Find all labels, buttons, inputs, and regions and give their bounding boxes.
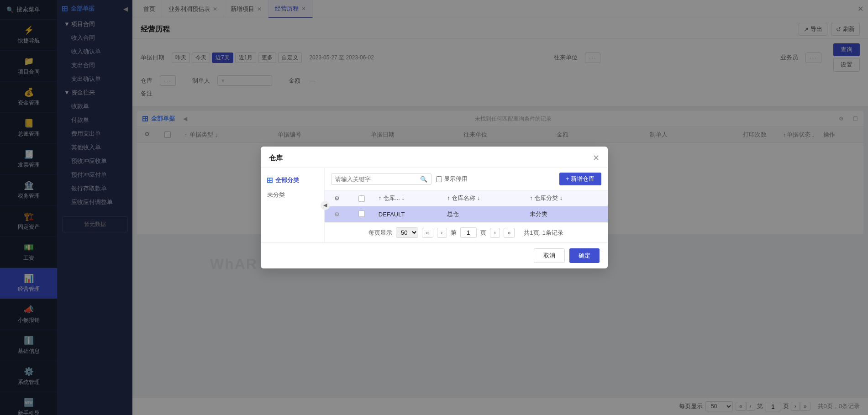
modal-first-btn[interactable]: « (422, 228, 433, 238)
grid-icon3 (267, 178, 273, 183)
show-disabled-checkbox[interactable] (436, 176, 442, 182)
th-category: ↑ 仓库分类 ↓ (525, 190, 608, 206)
modal-prev-btn[interactable]: ‹ (437, 228, 447, 238)
row-name: 总仓 (442, 206, 525, 222)
row-code: DEFAULT (374, 206, 442, 222)
sort-icon-up2: ↑ (447, 194, 450, 201)
modal-page-input[interactable] (460, 227, 477, 238)
sort-icon-down3: ↓ (560, 194, 563, 201)
modal-page-summary: 共1页, 1条记录 (524, 229, 563, 237)
modal-toolbar: 🔍 显示停用 + 新增仓库 (325, 168, 608, 190)
modal-page-label: 第 (451, 229, 457, 237)
modal-page-suffix: 页 (480, 229, 486, 237)
settings-gear-icon: ⚙ (334, 195, 340, 202)
modal-body: 全部分类 未分类 ◀ 🔍 显示停用 (261, 168, 608, 242)
cancel-button[interactable]: 取消 (534, 248, 565, 263)
table-header-checkbox[interactable] (358, 195, 365, 202)
row-settings[interactable]: ⚙ (325, 206, 349, 222)
modal-last-btn[interactable]: » (504, 228, 515, 238)
modal-title: 仓库 (269, 154, 283, 163)
modal-per-page-select[interactable]: 50 (396, 227, 418, 238)
modal-search-wrap: 🔍 (331, 173, 431, 185)
row-gear-icon: ⚙ (334, 211, 340, 218)
category-uncategorized-label: 未分类 (267, 191, 285, 198)
collapse-category-btn[interactable]: ◀ (321, 201, 330, 210)
category-uncategorized-item[interactable]: 未分类 (261, 188, 324, 202)
modal-data-table: ⚙ ↑ 仓库... ↓ ↑ 仓库名称 ↓ (325, 190, 608, 222)
warehouse-modal: 仓库 ✕ 全部分类 未分类 ◀ (261, 147, 608, 268)
sort-icon-up3: ↑ (530, 194, 533, 201)
show-disabled-label: 显示停用 (444, 175, 468, 183)
row-check[interactable] (349, 206, 374, 222)
modal-search-icon[interactable]: 🔍 (420, 176, 427, 183)
row-category: 未分类 (525, 206, 608, 222)
show-disabled-wrap: 显示停用 (436, 175, 468, 183)
modal-footer: 取消 确定 (261, 242, 608, 268)
confirm-button[interactable]: 确定 (569, 248, 600, 263)
category-panel: 全部分类 未分类 ◀ (261, 168, 325, 242)
sort-icon-down: ↓ (401, 194, 405, 201)
th-name: ↑ 仓库名称 ↓ (442, 190, 525, 206)
row-checkbox[interactable] (358, 210, 365, 217)
modal-next-btn[interactable]: › (490, 228, 500, 238)
modal-pagination: 每页显示 50 « ‹ 第 页 › » 共1页, 1条记录 (325, 222, 608, 242)
category-all-item[interactable]: 全部分类 (261, 173, 324, 188)
th-check (349, 190, 374, 206)
modal-overlay: 仓库 ✕ 全部分类 未分类 ◀ (0, 0, 868, 415)
sort-icon-up: ↑ (379, 194, 382, 201)
modal-per-page-label: 每页显示 (368, 229, 392, 237)
add-warehouse-btn[interactable]: + 新增仓库 (559, 173, 601, 185)
th-code: ↑ 仓库... ↓ (374, 190, 442, 206)
category-all-label: 全部分类 (275, 176, 299, 184)
table-row[interactable]: ⚙ DEFAULT 总仓 未分类 (325, 206, 608, 222)
modal-close-btn[interactable]: ✕ (593, 153, 600, 163)
modal-table-panel: 🔍 显示停用 + 新增仓库 ⚙ (325, 168, 608, 242)
modal-header: 仓库 ✕ (261, 147, 608, 168)
modal-search-input[interactable] (335, 176, 418, 183)
sort-icon-down2: ↓ (477, 194, 480, 201)
